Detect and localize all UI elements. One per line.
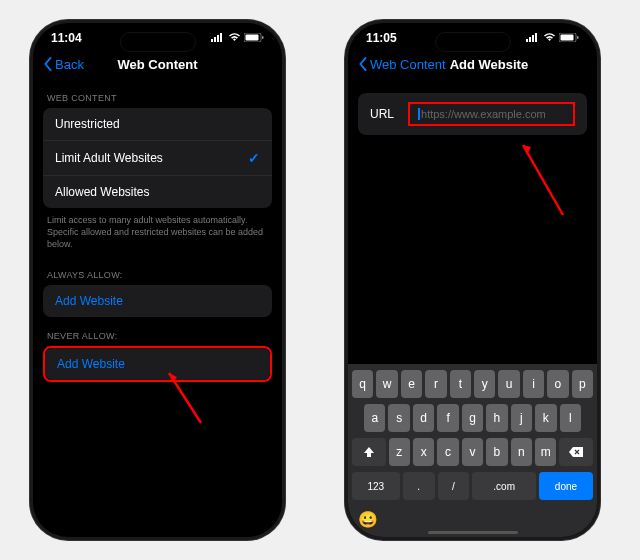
key-f[interactable]: f <box>437 404 458 432</box>
section-never-allow: NEVER ALLOW: <box>33 317 282 346</box>
keyboard-row-3: zxcvbnm <box>352 438 593 466</box>
key-w[interactable]: w <box>376 370 397 398</box>
done-key[interactable]: done <box>539 472 593 500</box>
key-m[interactable]: m <box>535 438 556 466</box>
wifi-icon <box>228 31 241 45</box>
signal-icon <box>211 31 225 45</box>
option-allowed[interactable]: Allowed Websites <box>43 176 272 208</box>
key-o[interactable]: o <box>547 370 568 398</box>
highlight-box-left: Add Website <box>43 346 272 382</box>
key-e[interactable]: e <box>401 370 422 398</box>
nav-bar: Back Web Content <box>33 49 282 79</box>
svg-rect-0 <box>211 39 213 42</box>
page-title: Add Website <box>450 57 529 72</box>
key-r[interactable]: r <box>425 370 446 398</box>
svg-rect-6 <box>262 36 264 39</box>
section-always-allow: ALWAYS ALLOW: <box>33 256 282 285</box>
key-u[interactable]: u <box>498 370 519 398</box>
wifi-icon <box>543 31 556 45</box>
back-button[interactable]: Back <box>43 57 84 72</box>
backspace-key[interactable] <box>559 438 593 466</box>
key-l[interactable]: l <box>560 404 581 432</box>
add-website-never[interactable]: Add Website <box>45 348 270 380</box>
key-s[interactable]: s <box>388 404 409 432</box>
svg-rect-5 <box>246 35 259 41</box>
phone-left: 11:04 Back Web Content WEB CONTENT Unres… <box>30 20 285 540</box>
page-title: Web Content <box>118 57 198 72</box>
home-indicator[interactable] <box>428 531 518 534</box>
battery-icon <box>244 31 264 45</box>
svg-rect-2 <box>217 35 219 42</box>
signal-icon <box>526 31 540 45</box>
web-content-options: Unrestricted Limit Adult Websites✓ Allow… <box>43 108 272 208</box>
battery-icon <box>559 31 579 45</box>
key-x[interactable]: x <box>413 438 434 466</box>
emoji-key[interactable]: 😀 <box>358 510 378 529</box>
svg-marker-17 <box>523 145 531 155</box>
status-icons <box>211 31 264 45</box>
key-b[interactable]: b <box>486 438 507 466</box>
shift-key[interactable] <box>352 438 386 466</box>
phone-right: 11:05 Web Content Add Website URL https:… <box>345 20 600 540</box>
key-i[interactable]: i <box>523 370 544 398</box>
key-n[interactable]: n <box>511 438 532 466</box>
footer-text: Limit access to many adult websites auto… <box>33 208 282 256</box>
key-p[interactable]: p <box>572 370 593 398</box>
always-allow-group: Add Website <box>43 285 272 317</box>
key-g[interactable]: g <box>462 404 483 432</box>
key-y[interactable]: y <box>474 370 495 398</box>
svg-rect-9 <box>526 39 528 42</box>
dynamic-island <box>120 32 196 52</box>
key-j[interactable]: j <box>511 404 532 432</box>
svg-line-16 <box>523 145 563 215</box>
section-web-content: WEB CONTENT <box>33 79 282 108</box>
time: 11:04 <box>51 31 82 45</box>
svg-rect-10 <box>529 37 531 42</box>
back-button[interactable]: Web Content <box>358 57 446 72</box>
chevron-left-icon <box>358 57 368 71</box>
time: 11:05 <box>366 31 397 45</box>
nav-bar: Web Content Add Website <box>348 49 597 79</box>
svg-rect-15 <box>577 36 579 39</box>
key-k[interactable]: k <box>535 404 556 432</box>
add-website-always[interactable]: Add Website <box>43 285 272 317</box>
keyboard-row-1: qwertyuiop <box>352 370 593 398</box>
key-d[interactable]: d <box>413 404 434 432</box>
key-t[interactable]: t <box>450 370 471 398</box>
svg-rect-3 <box>220 33 222 42</box>
back-label: Back <box>55 57 84 72</box>
highlight-box-right: https://www.example.com <box>408 102 575 126</box>
dot-key[interactable]: . <box>403 472 435 500</box>
url-input[interactable]: https://www.example.com <box>418 108 565 120</box>
annotation-arrow-right <box>513 135 573 225</box>
chevron-left-icon <box>43 57 53 71</box>
svg-rect-11 <box>532 35 534 42</box>
option-unrestricted[interactable]: Unrestricted <box>43 108 272 141</box>
dynamic-island <box>435 32 511 52</box>
numbers-key[interactable]: 123 <box>352 472 400 500</box>
key-c[interactable]: c <box>437 438 458 466</box>
key-h[interactable]: h <box>486 404 507 432</box>
key-v[interactable]: v <box>462 438 483 466</box>
url-row: URL https://www.example.com <box>358 93 587 135</box>
keyboard-row-2: asdfghjkl <box>352 404 593 432</box>
key-q[interactable]: q <box>352 370 373 398</box>
key-z[interactable]: z <box>389 438 410 466</box>
back-label: Web Content <box>370 57 446 72</box>
option-limit-adult[interactable]: Limit Adult Websites✓ <box>43 141 272 176</box>
never-allow-group: Add Website <box>45 348 270 380</box>
checkmark-icon: ✓ <box>248 150 260 166</box>
dotcom-key[interactable]: .com <box>472 472 536 500</box>
slash-key[interactable]: / <box>438 472 470 500</box>
svg-rect-12 <box>535 33 537 42</box>
url-label: URL <box>370 107 394 121</box>
svg-rect-1 <box>214 37 216 42</box>
key-a[interactable]: a <box>364 404 385 432</box>
keyboard: qwertyuiop asdfghjkl zxcvbnm 123 . / .co… <box>348 364 597 537</box>
annotation-arrow-left <box>161 363 211 433</box>
keyboard-row-4: 123 . / .com done <box>352 472 593 500</box>
svg-rect-14 <box>561 35 574 41</box>
status-icons <box>526 31 579 45</box>
